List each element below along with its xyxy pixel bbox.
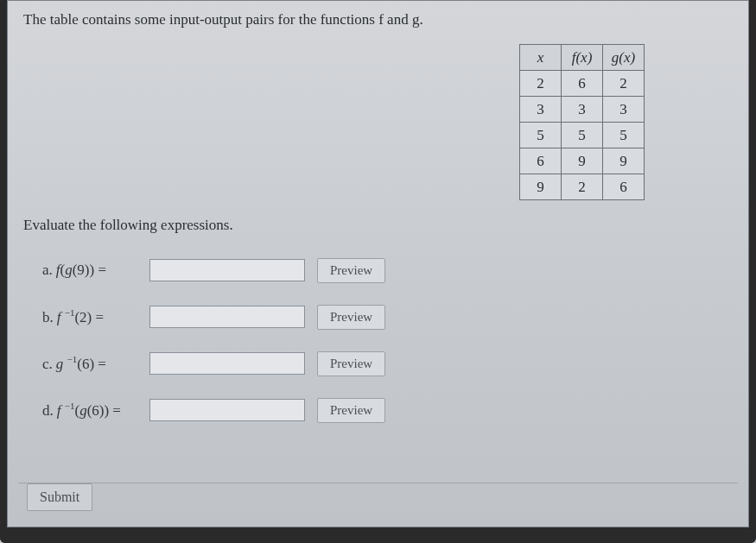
question-label: b.f −1(2) = — [42, 307, 146, 326]
cell: 6 — [562, 71, 603, 97]
question-label: a.f(g(9)) = — [42, 262, 146, 279]
questions-list: a.f(g(9)) = Preview b.f −1(2) = Preview … — [42, 256, 385, 443]
answer-input-b[interactable] — [149, 306, 305, 328]
cell: 5 — [603, 123, 645, 148]
question-d: d.f −1(g(6)) = Preview — [42, 396, 385, 424]
submit-button[interactable]: Submit — [27, 483, 92, 511]
evaluate-heading: Evaluate the following expressions. — [23, 217, 233, 234]
cell: 3 — [562, 97, 603, 123]
function-table: x f(x) g(x) 2 6 2 3 3 3 5 5 5 6 — [519, 44, 645, 200]
question-c: c.g −1(6) = Preview — [42, 350, 385, 377]
preview-button-b[interactable]: Preview — [317, 305, 385, 330]
table-header-gx: g(x) — [603, 45, 645, 71]
table-row: 9 2 6 — [520, 174, 645, 200]
table-row: 3 3 3 — [520, 97, 645, 123]
cell: 3 — [603, 97, 645, 123]
question-a: a.f(g(9)) = Preview — [42, 256, 385, 284]
cell: 5 — [562, 123, 603, 148]
preview-button-c[interactable]: Preview — [317, 351, 385, 376]
answer-input-c[interactable] — [149, 352, 305, 375]
cell: 6 — [603, 174, 645, 200]
table-row: 5 5 5 — [520, 123, 645, 148]
question-label: d.f −1(g(6)) = — [42, 401, 146, 420]
cell: 2 — [520, 71, 562, 97]
cell: 2 — [603, 71, 645, 97]
table-header-x: x — [520, 45, 562, 71]
cell: 9 — [603, 148, 645, 174]
question-label: c.g −1(6) = — [42, 354, 146, 373]
cell: 9 — [562, 148, 603, 174]
cell: 2 — [562, 174, 603, 200]
answer-input-a[interactable] — [149, 259, 305, 281]
cell: 6 — [520, 148, 562, 174]
cell: 3 — [520, 97, 562, 123]
problem-panel: The table contains some input-output pai… — [7, 0, 749, 527]
cell: 5 — [520, 123, 562, 148]
table-row: 6 9 9 — [520, 148, 645, 174]
instruction-text: The table contains some input-output pai… — [23, 11, 733, 28]
divider-line — [18, 483, 738, 483]
answer-input-d[interactable] — [149, 399, 305, 421]
question-b: b.f −1(2) = Preview — [42, 303, 385, 331]
table-header-fx: f(x) — [562, 45, 603, 71]
table-row: 2 6 2 — [520, 71, 645, 97]
preview-button-a[interactable]: Preview — [317, 258, 385, 283]
cell: 9 — [520, 174, 562, 200]
preview-button-d[interactable]: Preview — [317, 398, 385, 423]
